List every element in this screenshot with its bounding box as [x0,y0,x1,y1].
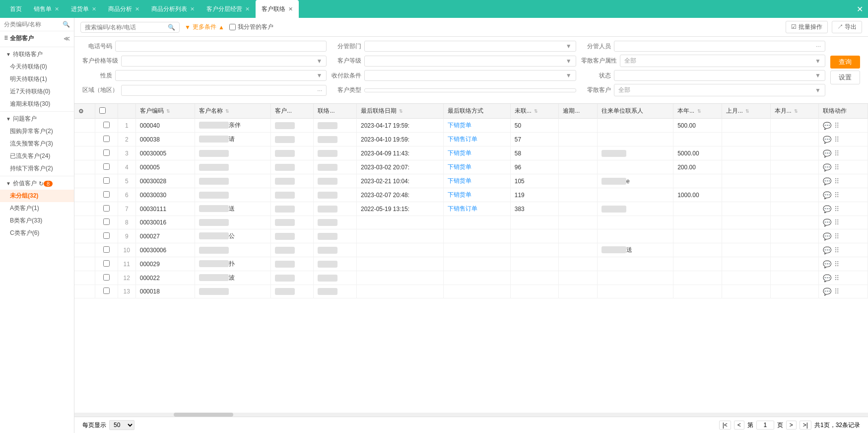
tab-product-analysis[interactable]: 商品分析 ✕ [102,0,145,18]
sort-icon[interactable]: ⇅ [534,109,538,114]
more-action-icon[interactable]: ⠿ [834,288,839,295]
row-checkbox[interactable] [103,260,110,267]
contact-method-link[interactable]: 下销货单 [448,149,471,156]
contact-action-icon[interactable]: 💬 [823,191,831,199]
more-action-icon[interactable]: ⠿ [834,205,839,213]
payment-select[interactable]: ▼ [364,70,576,81]
contact-action-icon[interactable]: 💬 [823,218,831,226]
contact-action-icon[interactable]: 💬 [823,274,831,282]
reset-button[interactable]: 设置 [830,71,860,84]
row-checkbox[interactable] [103,274,110,281]
nature-select[interactable]: ▼ [115,70,327,81]
contact-action-icon[interactable]: 💬 [823,232,831,240]
customer-type-select[interactable] [364,88,576,92]
row-checkbox[interactable] [103,246,110,253]
close-icon[interactable]: ✕ [245,6,250,12]
next-page-button[interactable]: > [786,421,797,430]
more-action-icon[interactable]: ⠿ [834,177,839,185]
sidebar-group-value[interactable]: ▼ 价值客户 ↻ 8 [0,177,74,190]
close-icon[interactable]: ✕ [190,6,195,12]
row-checkbox[interactable] [103,149,110,156]
tab-customer-contact[interactable]: 客户联络 ✕ [256,0,299,18]
sidebar-item-today-pending[interactable]: 今天待联络(0) [0,61,74,73]
contact-action-icon[interactable]: 💬 [823,163,831,171]
contact-action-icon[interactable]: 💬 [823,288,831,295]
row-checkbox[interactable] [103,205,110,212]
more-action-icon[interactable]: ⠿ [834,274,839,282]
more-action-icon[interactable]: ⠿ [834,163,839,171]
contact-action-icon[interactable]: 💬 [823,122,831,130]
sort-icon[interactable]: ⇅ [794,109,798,114]
sidebar-item-declining[interactable]: 持续下滑客户(2) [0,162,74,175]
batch-operations-button[interactable]: ☑ 批量操作 [786,21,827,33]
sidebar-item-churned[interactable]: 已流失客户(24) [0,150,74,162]
close-icon[interactable]: ✕ [288,6,293,12]
more-action-icon[interactable]: ⠿ [834,218,839,226]
sidebar-item-class-c[interactable]: C类客户(6) [0,227,74,239]
all-customers-header[interactable]: ⠿ 全部客户 ≪ [0,31,74,46]
tab-sales-order[interactable]: 销售单 ✕ [28,0,65,18]
manager-select[interactable]: ··· [614,41,825,52]
sort-icon[interactable]: ⇅ [225,109,229,114]
sidebar-item-churn-warning[interactable]: 流失预警客户(3) [0,138,74,150]
more-action-icon[interactable]: ⠿ [834,260,839,268]
sidebar-item-unclassified[interactable]: 未分组(32) [0,190,74,202]
last-page-button[interactable]: >| [800,421,811,430]
per-page-select[interactable]: 50 100 [109,420,134,430]
tab-customer-segment[interactable]: 客户分层经营 ✕ [200,0,256,18]
sort-icon[interactable]: ⇅ [399,109,403,114]
contact-action-icon[interactable]: 💬 [823,260,831,268]
row-checkbox[interactable] [103,288,110,294]
row-checkbox[interactable] [103,232,110,239]
tab-home[interactable]: 首页 [4,0,28,18]
more-action-icon[interactable]: ⠿ [834,246,839,254]
dept-select[interactable]: ▼ [364,41,576,52]
row-checkbox[interactable] [103,191,110,198]
contact-method-link[interactable]: 下销货单 [448,191,471,198]
tab-product-analysis-list[interactable]: 商品分析列表 ✕ [145,0,200,18]
select-all-checkbox[interactable] [99,107,106,114]
status-select[interactable]: ▼ [614,70,825,81]
settings-icon[interactable]: ⚙ [78,108,84,115]
sidebar-item-class-a[interactable]: A类客户(1) [0,202,74,215]
price-level-select[interactable]: ▼ [121,56,327,67]
export-button[interactable]: ↗ 导出 [832,21,862,33]
contact-action-icon[interactable]: 💬 [823,177,831,185]
col-checkbox[interactable] [95,104,118,119]
sidebar-item-tomorrow-pending[interactable]: 明天待联络(1) [0,73,74,85]
row-checkbox[interactable] [103,177,110,184]
contact-method-link[interactable]: 下销售订单 [448,136,477,143]
retail-customer-select[interactable]: 全部 ▼ [614,84,825,96]
my-customers-checkbox[interactable]: 我分管的客户 [229,23,273,31]
sidebar-item-stockpile-abnormal[interactable]: 囤购异常客户(2) [0,125,74,138]
more-conditions-button[interactable]: ▼ 更多条件 ▲ [185,23,224,31]
filter-search-input[interactable] [85,24,168,31]
page-number-input[interactable] [756,421,774,430]
more-action-icon[interactable]: ⠿ [834,191,839,199]
retail-attr-select[interactable]: 全部 ▼ [620,55,825,67]
customer-level-select[interactable]: ▼ [364,56,576,67]
horizontal-scrollbar[interactable] [74,413,868,417]
close-icon[interactable]: ✕ [135,6,139,12]
sort-icon[interactable]: ⇅ [166,109,170,114]
window-close-icon[interactable]: ✕ [857,4,863,14]
query-button[interactable]: 查询 [830,56,860,69]
contact-method-link[interactable]: 下销货单 [448,122,471,129]
region-select[interactable]: ··· [121,85,327,96]
contact-action-icon[interactable]: 💬 [823,149,831,157]
my-customers-check[interactable] [229,24,236,30]
collapse-icon[interactable]: ≪ [64,35,70,42]
prev-page-button[interactable]: < [734,421,744,430]
phone-input[interactable] [115,41,327,52]
row-checkbox[interactable] [103,218,110,225]
more-action-icon[interactable]: ⠿ [834,122,839,130]
contact-method-link[interactable]: 下销货单 [448,177,471,184]
close-icon[interactable]: ✕ [55,6,59,12]
contact-action-icon[interactable]: 💬 [823,246,831,254]
sort-icon[interactable]: ⇅ [745,109,749,114]
row-checkbox[interactable] [103,136,110,142]
sidebar-item-overdue-not-contacted[interactable]: 逾期未联络(30) [0,98,74,110]
more-action-icon[interactable]: ⠿ [834,149,839,157]
contact-action-icon[interactable]: 💬 [823,136,831,144]
sidebar-item-7days-pending[interactable]: 近7天待联络(0) [0,85,74,98]
